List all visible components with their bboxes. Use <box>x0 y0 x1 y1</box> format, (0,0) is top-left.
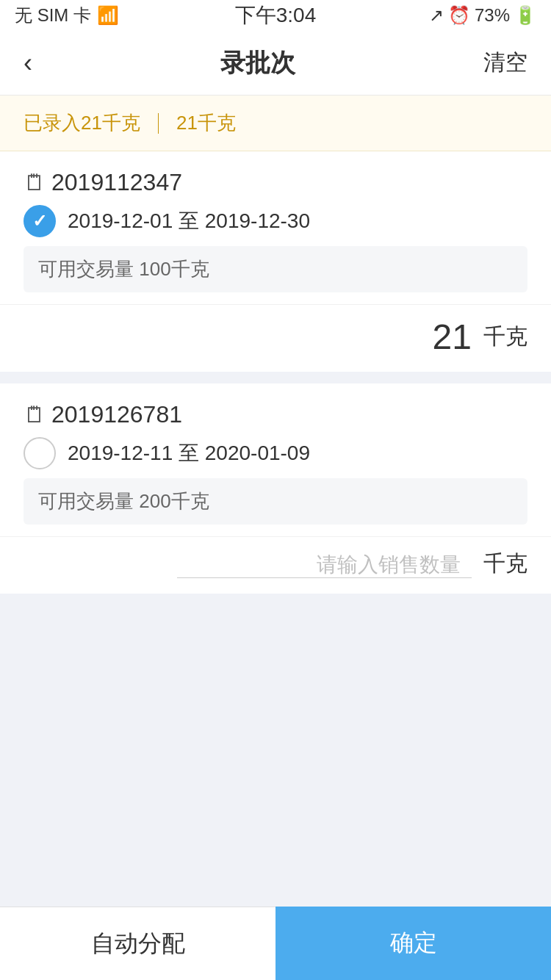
batch1-date-row[interactable]: 2019-12-01 至 2019-12-30 <box>0 202 551 246</box>
batch1-quantity-row: 21 千克 <box>0 304 551 372</box>
batch2-id-icon: 🗒 <box>24 403 46 428</box>
alarm-icon: ⏰ <box>448 5 470 26</box>
batch2-date-row[interactable]: 2019-12-11 至 2020-01-09 <box>0 434 551 478</box>
summary-divider <box>158 113 159 134</box>
batch1-available: 可用交易量 100千克 <box>24 246 527 292</box>
batch2-id: 2019126781 <box>51 401 182 428</box>
summary-label: 已录入21千克 <box>24 110 140 136</box>
bottom-area <box>0 594 551 887</box>
no-sim-text: 无 SIM 卡 <box>15 4 91 27</box>
batch1-quantity-value: 21 <box>433 317 472 357</box>
batch1-id-icon: 🗒 <box>24 170 46 195</box>
clear-button[interactable]: 清空 <box>483 48 527 78</box>
battery-text: 73% <box>475 5 510 26</box>
batch2-quantity-input[interactable] <box>177 550 472 578</box>
back-button[interactable]: ‹ <box>24 48 32 79</box>
wifi-icon: 📶 <box>97 5 119 26</box>
confirm-button[interactable]: 确定 <box>276 907 551 980</box>
batch1-id: 2019112347 <box>51 169 182 196</box>
footer: 自动分配 确定 <box>0 907 551 980</box>
batch-item-1: 🗒 2019112347 2019-12-01 至 2019-12-30 可用交… <box>0 151 551 372</box>
battery-icon: 🔋 <box>514 5 536 26</box>
batch-item-2: 🗒 2019126781 2019-12-11 至 2020-01-09 可用交… <box>0 383 551 594</box>
batch2-radio[interactable] <box>24 437 56 469</box>
status-right: ↗ ⏰ 73% 🔋 <box>429 5 536 26</box>
batch2-header: 🗒 2019126781 <box>0 383 551 434</box>
batch1-date: 2019-12-01 至 2019-12-30 <box>68 207 310 235</box>
batch2-unit: 千克 <box>483 549 527 579</box>
batch1-radio[interactable] <box>24 205 56 237</box>
section-divider-1 <box>0 372 551 383</box>
page-title: 录批次 <box>220 46 295 80</box>
batch2-quantity-row: 千克 <box>0 536 551 594</box>
batch2-available: 可用交易量 200千克 <box>24 478 527 525</box>
location-icon: ↗ <box>429 5 444 26</box>
auto-distribute-button[interactable]: 自动分配 <box>0 907 276 980</box>
nav-bar: ‹ 录批次 清空 <box>0 31 551 96</box>
summary-bar: 已录入21千克 21千克 <box>0 96 551 151</box>
batch1-unit: 千克 <box>483 322 527 352</box>
status-bar: 无 SIM 卡 📶 下午3:04 ↗ ⏰ 73% 🔋 <box>0 0 551 31</box>
batch1-header: 🗒 2019112347 <box>0 151 551 202</box>
status-left: 无 SIM 卡 📶 <box>15 4 119 27</box>
summary-value: 21千克 <box>176 110 236 136</box>
batch2-date: 2019-12-11 至 2020-01-09 <box>68 439 310 467</box>
status-time: 下午3:04 <box>235 1 317 29</box>
